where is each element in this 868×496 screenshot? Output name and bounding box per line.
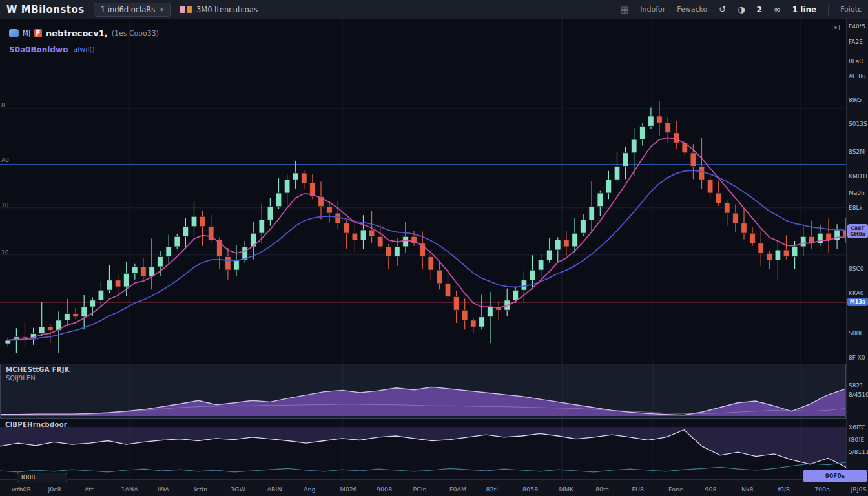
time-label: 908 (705, 486, 717, 493)
time-label: JBJ0S (851, 486, 867, 493)
chart-legend: M| F nebtrecocv1, (1es Cooo33) S0a0Bonld… (9, 28, 159, 54)
time-label: FU8 (632, 486, 644, 493)
oscillator-chart[interactable] (0, 419, 846, 479)
app-logo: W MBilonstos (6, 4, 85, 16)
theme-icon[interactable]: ◑ (738, 5, 745, 14)
time-label: Ang (304, 486, 316, 493)
price-label: E8Lk (849, 205, 863, 211)
profile-icon[interactable]: 2 (757, 5, 762, 14)
legend-indicator-value: alwil() (73, 45, 95, 54)
legend-symbol-row[interactable]: M| F nebtrecocv1, (1es Cooo33) (9, 28, 159, 38)
time-label: Nk8 (741, 486, 754, 493)
symbol-dropdown-label: 1 ind6d oclaRs (101, 5, 156, 14)
left-axis-tick: 10 (1, 202, 8, 209)
time-label: M026 (340, 486, 357, 493)
candlestick-chart[interactable] (0, 19, 846, 364)
left-axis-tick: 10 (1, 249, 8, 256)
alert-price-badge: M13a (847, 298, 868, 306)
time-label: Fone (668, 486, 683, 493)
indicator-panel-2[interactable]: ClBPEHrncbdoor (0, 418, 846, 479)
panel2-title[interactable]: ClBPEHrncbdoor (5, 421, 67, 428)
legend-symbol-meta: (1es Cooo33) (112, 29, 159, 37)
price-label: 89/5 (849, 97, 862, 103)
panel1-subtitle: SQlJ9LEN (6, 375, 70, 382)
main-chart-panel[interactable]: M| F nebtrecocv1, (1es Cooo33) S0a0Bonld… (0, 19, 846, 364)
price-label: 5/8111 (849, 449, 868, 455)
price-axis[interactable]: C88T Gtt0a M13a F40!5FA2E8LaRAC 8u89/5S0… (846, 19, 868, 479)
time-label: Att (85, 486, 94, 493)
symbol-badge-icon: F (34, 29, 42, 37)
symbol-logo-icon (9, 29, 19, 37)
panel1-title[interactable]: MCHESttGA FRJK (6, 366, 70, 373)
panel2-header: ClBPEHrncbdoor (5, 421, 67, 428)
area-indicator-chart[interactable] (1, 364, 845, 418)
time-label: MMK (559, 486, 574, 493)
interval-button[interactable]: 3M0 Itencutcoas (180, 5, 258, 14)
legend-indicator-row[interactable]: S0a0Bonldwo alwil() (9, 45, 159, 54)
price-label: AC 8u (849, 73, 866, 79)
time-label: ARIN (267, 486, 282, 493)
time-label: F0AM (450, 486, 466, 493)
time-label: 700a (814, 486, 830, 493)
price-label: S821 (849, 382, 863, 389)
grid-icon[interactable]: ▦ (621, 5, 628, 14)
time-axis[interactable]: IO08 90F0s wtb0BJ0c8Att1ANAll9AIctln3GWA… (0, 479, 868, 496)
current-time-badge: 90F0s (803, 470, 867, 482)
legend-symbol-name: nebtrecocv1, (46, 28, 108, 38)
time-label: PCln (413, 486, 427, 493)
price-label: S0BL (849, 330, 863, 336)
price-label: 8SC0 (849, 265, 863, 272)
toolbar-divider (828, 5, 829, 15)
price-label: FA2E (849, 39, 863, 45)
time-label: J0c8 (48, 486, 61, 493)
time-label: 80ts (595, 486, 609, 493)
symbol-dropdown[interactable]: 1 ind6d oclaRs ▾ (94, 3, 170, 17)
time-label: 9008 (377, 486, 392, 493)
left-axis-tick: 8 (1, 102, 5, 108)
price-label: 8LaR (849, 58, 863, 65)
interval-label: 3M0 Itencutcoas (196, 5, 258, 14)
forecast-button[interactable]: Foiotc (840, 5, 862, 14)
interval-icon (180, 6, 185, 13)
time-label: 8058 (522, 486, 538, 493)
left-axis-tick: A8 (1, 157, 9, 163)
camera-icon[interactable] (832, 25, 840, 30)
interval-icon2 (187, 6, 192, 13)
time-range-box[interactable]: IO08 (17, 473, 67, 482)
time-label: 1ANA (121, 486, 138, 493)
price-label: KKA0 (849, 290, 864, 296)
price-label: Ma0h (849, 190, 865, 196)
time-label: Ictln (194, 486, 207, 493)
trading-app: W MBilonstos 1 ind6d oclaRs ▾ 3M0 Itencu… (0, 0, 868, 496)
toolbar-right: ▦ Indofor Fewacko ↺ ◑ 2 ∞ 1 line Foiotc (621, 5, 862, 15)
current-price-line2: Gtt0a (847, 231, 868, 237)
price-label: 8S2M (849, 149, 865, 155)
time-label: 3GW (231, 486, 245, 493)
current-price-badge: C88T Gtt0a (847, 224, 868, 238)
time-label: ll9A (158, 486, 169, 493)
price-label: KMD10 (849, 173, 868, 180)
indicators-button[interactable]: Indofor (640, 5, 665, 14)
price-label: 8F X0 (849, 355, 865, 361)
time-label: f0/8 (778, 486, 790, 493)
legend-marks: M| (23, 30, 30, 37)
price-label: 8/4510 (849, 391, 868, 398)
legend-indicator-name: S0a0Bonldwo (9, 45, 68, 54)
price-label: (80)E (849, 437, 864, 443)
price-label: F40!5 (849, 23, 865, 30)
undo-icon[interactable]: ↺ (719, 5, 726, 14)
chevron-down-icon: ▾ (160, 6, 163, 13)
current-price-line1: C88T (847, 225, 868, 231)
line-tool-button[interactable]: 1 line (792, 5, 816, 14)
indicator-panel-1[interactable]: MCHESttGA FRJK SQlJ9LEN (0, 364, 846, 418)
top-toolbar: W MBilonstos 1 ind6d oclaRs ▾ 3M0 Itencu… (0, 0, 868, 19)
panel1-header: MCHESttGA FRJK SQlJ9LEN (6, 366, 70, 382)
time-label: 82tl (486, 486, 498, 493)
price-label: X6ITC (849, 424, 865, 431)
price-label: S013S (849, 121, 867, 127)
replay-button[interactable]: Fewacko (677, 5, 707, 14)
time-label: wtb0B (12, 486, 31, 493)
infinity-icon[interactable]: ∞ (774, 5, 781, 14)
